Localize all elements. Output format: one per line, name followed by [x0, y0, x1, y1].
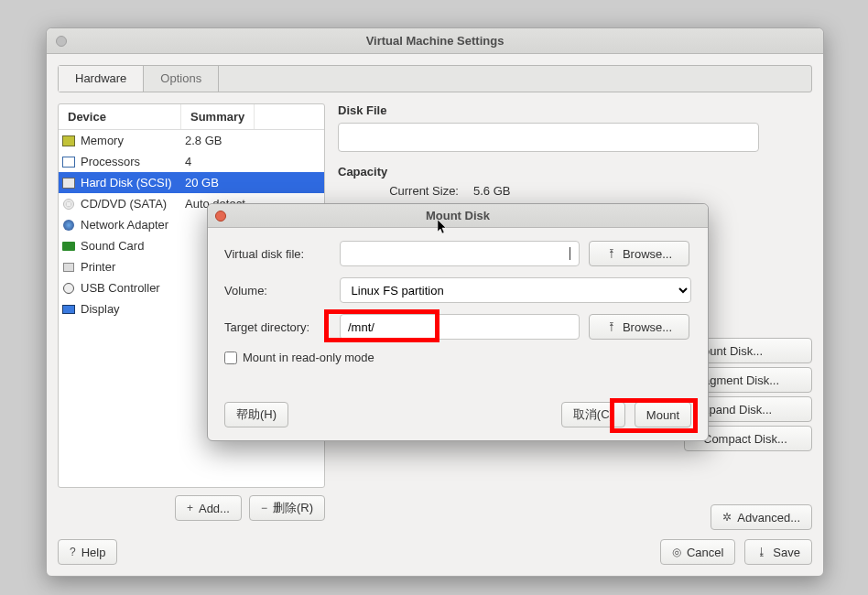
device-row[interactable]: Hard Disk (SCSI)20 GB	[59, 172, 324, 193]
device-name: USB Controller	[79, 281, 181, 295]
disk-file-input[interactable]	[338, 123, 759, 152]
window-title: Virtual Machine Settings	[366, 34, 505, 48]
device-summary: 4	[181, 155, 324, 168]
browse-target-button[interactable]: ⭱ Browse...	[589, 314, 689, 340]
dialog-title: Mount Disk	[426, 209, 490, 222]
bottom-bar: ? Help ◎ Cancel ⭳ Save	[58, 539, 812, 565]
device-icon	[59, 199, 79, 210]
save-label: Save	[773, 546, 800, 559]
device-icon	[59, 135, 79, 146]
text-caret	[570, 247, 570, 260]
mount-disk-dialog: Mount Disk Virtual disk file: ⭱ Browse..…	[207, 203, 709, 441]
dialog-actions: 帮助(H) 取消(C) Mount	[224, 402, 691, 427]
volume-select[interactable]: Linux FS partition	[340, 277, 691, 303]
cancel-label: Cancel	[687, 546, 723, 559]
save-button[interactable]: ⭳ Save	[744, 539, 812, 565]
device-icon	[59, 283, 79, 294]
device-name: Sound Card	[79, 239, 181, 253]
advanced-label: Advanced...	[737, 511, 800, 525]
remove-label: 删除(R)	[273, 500, 313, 516]
virtual-disk-label: Virtual disk file:	[224, 247, 331, 261]
device-summary: 20 GB	[181, 176, 324, 189]
disk-file-title: Disk File	[338, 103, 812, 117]
browse-label: Browse...	[623, 320, 672, 334]
help-button[interactable]: ? Help	[58, 539, 117, 565]
device-row[interactable]: Processors4	[59, 151, 324, 172]
browse-label: Browse...	[623, 247, 672, 261]
gear-icon: ✲	[722, 511, 732, 524]
col-device: Device	[59, 104, 181, 129]
device-name: Network Adapter	[79, 218, 181, 232]
volume-row: Volume: Linux FS partition	[224, 277, 691, 303]
virtual-disk-input[interactable]	[340, 241, 580, 266]
device-icon	[59, 263, 79, 272]
plus-icon: +	[187, 502, 193, 514]
device-name: Display	[79, 302, 181, 316]
device-name: Hard Disk (SCSI)	[79, 176, 181, 189]
dialog-titlebar: Mount Disk	[208, 204, 708, 228]
help-icon: ?	[70, 546, 76, 558]
target-row: Target directory: ⭱ Browse...	[224, 314, 691, 340]
device-name: Processors	[79, 155, 181, 168]
target-directory-input[interactable]	[340, 314, 580, 340]
volume-label: Volume:	[224, 284, 331, 298]
target-label: Target directory:	[224, 320, 331, 334]
advanced-button[interactable]: ✲ Advanced...	[711, 504, 812, 530]
add-label: Add...	[199, 502, 230, 515]
add-device-button[interactable]: + Add...	[175, 495, 242, 521]
upload-icon: ⭱	[606, 320, 617, 333]
device-icon	[59, 157, 79, 168]
tab-hardware[interactable]: Hardware	[59, 66, 144, 92]
device-list-actions: + Add... − 删除(R)	[58, 488, 325, 521]
readonly-checkbox[interactable]	[224, 352, 237, 364]
dialog-help-button[interactable]: 帮助(H)	[224, 402, 288, 427]
remove-device-button[interactable]: − 删除(R)	[249, 495, 325, 521]
save-icon: ⭳	[756, 546, 767, 558]
minus-icon: −	[261, 502, 267, 514]
device-name: Memory	[79, 134, 181, 147]
browse-disk-button[interactable]: ⭱ Browse...	[589, 241, 689, 266]
device-icon	[59, 178, 79, 189]
device-icon	[59, 220, 79, 231]
dialog-mount-button[interactable]: Mount	[635, 402, 691, 427]
readonly-checkbox-row[interactable]: Mount in read-only mode	[224, 351, 691, 364]
window-dot-icon	[56, 36, 67, 47]
device-row[interactable]: Memory2.8 GB	[59, 130, 324, 151]
help-label: Help	[81, 546, 106, 559]
current-size-value: 5.6 GB	[473, 184, 510, 198]
capacity-row: Current Size: 5.6 GB	[338, 184, 812, 198]
cancel-button[interactable]: ◎ Cancel	[660, 539, 735, 565]
device-name: CD/DVD (SATA)	[79, 197, 181, 211]
device-icon	[59, 305, 79, 314]
device-icon	[59, 242, 79, 251]
device-list-header: Device Summary	[59, 104, 324, 130]
virtual-disk-row: Virtual disk file: ⭱ Browse...	[224, 241, 691, 266]
dialog-body: Virtual disk file: ⭱ Browse... Volume: L…	[208, 228, 708, 377]
device-summary: 2.8 GB	[181, 134, 324, 147]
current-size-label: Current Size:	[367, 184, 459, 198]
device-name: Printer	[79, 260, 181, 274]
tab-options[interactable]: Options	[144, 66, 219, 92]
capacity-title: Capacity	[338, 165, 812, 178]
window-titlebar: Virtual Machine Settings	[47, 28, 823, 54]
cancel-icon: ◎	[672, 546, 681, 558]
close-icon[interactable]	[215, 211, 226, 222]
readonly-label: Mount in read-only mode	[243, 351, 374, 364]
col-summary: Summary	[181, 104, 255, 129]
dialog-cancel-button[interactable]: 取消(C)	[561, 402, 625, 427]
upload-icon: ⭱	[606, 247, 617, 260]
tabs: Hardware Options	[58, 65, 812, 92]
